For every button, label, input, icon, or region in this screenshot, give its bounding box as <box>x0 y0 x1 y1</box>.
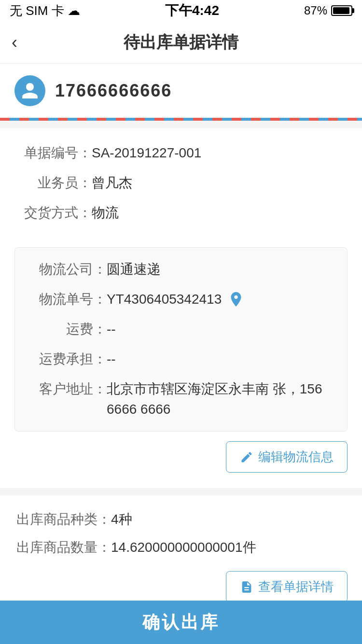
document-icon <box>240 580 253 594</box>
company-label: 物流公司： <box>29 259 107 280</box>
company-row: 物流公司： 圆通速递 <box>29 259 333 280</box>
status-bar-left: 无 SIM 卡 ☁ <box>10 2 80 19</box>
delivery-method-row: 交货方式： 物流 <box>14 203 348 223</box>
freight-bearer-value: -- <box>107 349 333 369</box>
freight-value: -- <box>107 319 333 339</box>
goods-quantity-value: 14.620000000000001件 <box>111 538 348 557</box>
tracking-number-row: 物流单号： YT43064053424​13 <box>29 289 333 309</box>
customer-phone: 17666666666 <box>55 81 172 101</box>
goods-quantity-label: 出库商品数量： <box>14 538 111 557</box>
address-label: 客户地址： <box>29 379 107 399</box>
battery-icon <box>331 5 352 16</box>
status-bar-time: 下午4:42 <box>165 1 219 20</box>
tracking-number-label: 物流单号： <box>29 289 107 309</box>
view-detail-button[interactable]: 查看单据详情 <box>226 571 348 602</box>
goods-quantity-row: 出库商品数量： 14.620000000000001件 <box>14 538 348 557</box>
freight-label: 运费： <box>29 319 107 339</box>
goods-type-row: 出库商品种类： 4种 <box>14 510 348 529</box>
edit-logistics-button[interactable]: 编辑物流信息 <box>226 441 348 473</box>
customer-header: 17666666666 <box>0 64 362 118</box>
goods-type-label: 出库商品种类： <box>14 510 111 529</box>
delivery-method-value: 物流 <box>92 203 348 223</box>
goods-type-value: 4种 <box>111 510 348 529</box>
address-value: 北京市市辖区海淀区永丰南 张，156 6666 6666 <box>107 379 333 420</box>
page-title: 待出库单据详情 <box>124 31 238 54</box>
order-number-row: 单据编号： SA-20191227-001 <box>14 143 348 163</box>
salesman-row: 业务员： 曾凡杰 <box>14 173 348 193</box>
edit-icon <box>240 450 253 464</box>
status-bar: 无 SIM 卡 ☁ 下午4:42 87% <box>0 0 362 21</box>
sim-status: 无 SIM 卡 ☁ <box>10 2 80 19</box>
salesman-label: 业务员： <box>14 173 92 193</box>
confirm-button-wrapper: 确认出库 <box>0 601 362 644</box>
freight-row: 运费： -- <box>29 319 333 339</box>
battery-percent: 87% <box>304 4 327 17</box>
freight-bearer-row: 运费承担： -- <box>29 349 333 369</box>
delivery-method-label: 交货方式： <box>14 203 92 223</box>
location-icon[interactable] <box>227 291 245 308</box>
address-row: 客户地址： 北京市市辖区海淀区永丰南 张，156 6666 6666 <box>29 379 333 420</box>
logistics-box: 物流公司： 圆通速递 物流单号： YT43064053424​13 运费： --… <box>14 247 348 432</box>
order-number-label: 单据编号： <box>14 143 92 163</box>
logistics-wrapper: 物流公司： 圆通速递 物流单号： YT43064053424​13 运费： --… <box>0 238 362 488</box>
nav-bar: ‹ 待出库单据详情 <box>0 21 362 64</box>
goods-section: 出库商品种类： 4种 出库商品数量： 14.620000000000001件 <box>0 496 362 571</box>
user-icon <box>20 81 40 100</box>
freight-bearer-label: 运费承担： <box>29 349 107 369</box>
salesman-value: 曾凡杰 <box>92 173 348 193</box>
company-value: 圆通速递 <box>107 259 333 280</box>
back-button[interactable]: ‹ <box>12 32 17 53</box>
edit-logistics-wrapper: 编辑物流信息 <box>0 441 362 484</box>
tracking-number-value: YT43064053424​13 <box>107 289 333 309</box>
confirm-button[interactable]: 确认出库 <box>0 601 362 644</box>
order-info-section: 单据编号： SA-20191227-001 业务员： 曾凡杰 交货方式： 物流 <box>0 128 362 238</box>
order-number-value: SA-20191227-001 <box>92 143 348 163</box>
avatar <box>14 75 45 106</box>
status-bar-right: 87% <box>304 4 352 17</box>
